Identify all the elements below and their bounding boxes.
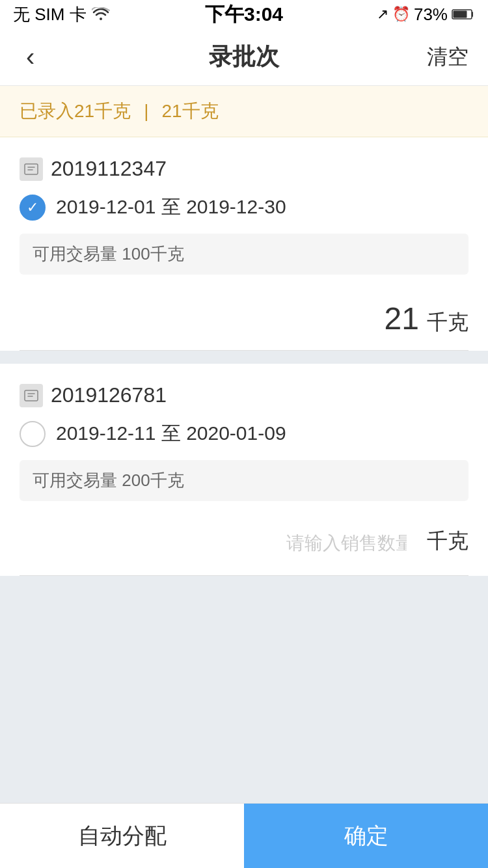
status-bar: 无 SIM 卡 下午3:04 ↗ ⏰ 73% — [0, 0, 488, 29]
batch-2-unit: 千克 — [427, 527, 468, 556]
clear-button[interactable]: 清空 — [427, 43, 468, 72]
alarm-icon: ⏰ — [392, 6, 410, 23]
back-button[interactable]: ‹ — [20, 36, 41, 78]
carrier-text: 无 SIM 卡 — [13, 3, 87, 26]
batch-1-id: 2019112347 — [51, 157, 167, 181]
battery-icon — [452, 5, 475, 25]
auto-distribute-button[interactable]: 自动分配 — [0, 804, 244, 868]
batch-2-radio[interactable] — [20, 421, 46, 447]
batch-2-date: 2019-12-11 至 2020-01-09 — [56, 420, 286, 447]
batch-2-date-row[interactable]: 2019-12-11 至 2020-01-09 — [0, 414, 488, 454]
batch-2-header: 2019126781 — [0, 364, 488, 414]
total-value: 21千克 — [161, 99, 218, 124]
batch-1-date: 2019-12-01 至 2019-12-30 — [56, 194, 286, 221]
status-time: 下午3:04 — [205, 1, 283, 28]
svg-rect-3 — [25, 390, 38, 401]
batch-1-header: 2019112347 — [0, 137, 488, 187]
confirm-button[interactable]: 确定 — [244, 804, 488, 868]
svg-rect-2 — [25, 164, 38, 174]
batch-1-available: 可用交易量 100千克 — [20, 234, 468, 275]
check-icon: ✓ — [27, 199, 38, 216]
batch-1-radio[interactable]: ✓ — [20, 195, 46, 221]
batch-2-available: 可用交易量 200千克 — [20, 460, 468, 501]
bottom-bar: 自动分配 确定 — [0, 803, 488, 868]
batch-1-quantity-display: 21 千克 — [0, 288, 488, 350]
batch-1-qty-number: 21 — [385, 301, 419, 336]
spacer-area — [0, 576, 488, 836]
recorded-label: 已录入21千克 — [20, 99, 131, 124]
batch-2-quantity-input[interactable] — [286, 528, 416, 555]
battery-text: 73% — [414, 5, 448, 25]
summary-divider: | — [144, 101, 148, 122]
batch-2-icon — [20, 384, 43, 407]
batch-1-icon — [20, 157, 43, 181]
status-left: 无 SIM 卡 — [13, 3, 110, 26]
batch-1-date-row[interactable]: ✓ 2019-12-01 至 2019-12-30 — [0, 187, 488, 227]
section-divider-1 — [0, 351, 488, 364]
batch-card-1: 2019112347 ✓ 2019-12-01 至 2019-12-30 可用交… — [0, 137, 488, 351]
batch-2-id: 2019126781 — [51, 383, 167, 407]
batch-1-qty-unit: 千克 — [427, 308, 468, 337]
page-title: 录批次 — [209, 41, 279, 73]
location-icon: ↗ — [377, 6, 388, 23]
summary-banner: 已录入21千克 | 21千克 — [0, 86, 488, 137]
batch-2-input-row: 千克 — [0, 514, 488, 575]
nav-bar: ‹ 录批次 清空 — [0, 29, 488, 86]
svg-rect-1 — [454, 10, 467, 18]
content-area: 已录入21千克 | 21千克 2019112347 ✓ 2019-12-01 至 — [0, 86, 488, 868]
wifi-icon — [92, 5, 110, 25]
batch-card-2: 2019126781 2019-12-11 至 2020-01-09 可用交易量… — [0, 364, 488, 576]
status-right: ↗ ⏰ 73% — [377, 5, 475, 25]
